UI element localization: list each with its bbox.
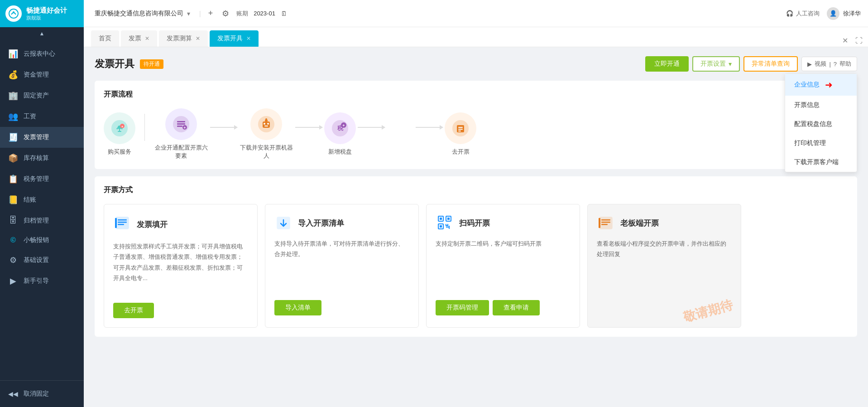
- buy-service-icon: +: [104, 112, 135, 144]
- header-actions: 立即开通 开票设置 ▾ 异常清单查询 ▶ 视频 | ? 帮助 企业信息: [645, 56, 857, 72]
- svg-rect-31: [118, 224, 124, 225]
- sidebar-item-archive[interactable]: 🗄 归档管理: [0, 210, 84, 231]
- manual-billing-go-btn[interactable]: 去开票: [113, 303, 154, 318]
- tab-invoice[interactable]: 发票 ✕: [121, 30, 157, 47]
- boss-billing-title: 老板端开票: [620, 218, 659, 228]
- boss-billing-icon: [597, 213, 615, 233]
- status-badge: 待开通: [140, 59, 163, 69]
- exception-button[interactable]: 异常清单查询: [743, 56, 798, 72]
- sidebar-item-settle[interactable]: 📒 结账: [0, 189, 84, 210]
- sidebar-item-new-guide[interactable]: ▶ 新手引导: [0, 271, 84, 291]
- sidebar-logo[interactable]: 畅捷通好会计 旗舰版: [0, 0, 84, 27]
- sidebar-scroll-up[interactable]: ▲: [0, 27, 84, 40]
- topbar-settings-button[interactable]: ⚙: [220, 7, 231, 20]
- svg-point-1: [13, 11, 14, 13]
- scan-billing-title: 扫码开票: [459, 218, 490, 228]
- settle-icon: 📒: [8, 195, 18, 205]
- svg-rect-29: [118, 219, 127, 221]
- sidebar-item-tax-mgmt[interactable]: 📋 税务管理: [0, 169, 84, 189]
- billing-card-scan: 扫码开票 支持定制开票二维码，客户端可扫码开票 开票码管理 查看申请: [426, 204, 580, 328]
- svg-rect-41: [601, 219, 610, 221]
- svg-rect-28: [116, 217, 129, 229]
- dropdown-item-company-info[interactable]: 企业信息 ➜: [785, 74, 857, 96]
- fixed-assets-icon: 🏢: [8, 91, 18, 101]
- dropdown-company-info-label: 企业信息: [794, 81, 820, 89]
- go-invoice-label: 去开票: [452, 148, 470, 156]
- tab-maximize-btn[interactable]: ⛶: [854, 35, 864, 47]
- period-calendar-icon[interactable]: 🗓: [281, 10, 287, 17]
- svg-rect-40: [599, 217, 612, 229]
- dropdown-item-printer-mgmt[interactable]: 打印机管理: [785, 134, 857, 153]
- help-divider: |: [829, 61, 830, 68]
- svg-text:+: +: [121, 125, 124, 129]
- manual-billing-header: 发票填开: [113, 213, 248, 236]
- tab-invoice-calc[interactable]: 发票测算 ✕: [159, 30, 208, 47]
- dropdown-item-invoice-info[interactable]: 开票信息: [785, 96, 857, 115]
- topbar-add-button[interactable]: +: [206, 7, 215, 20]
- import-billing-header: 导入开票清单: [274, 213, 409, 233]
- settings-label: 开票设置: [700, 60, 726, 68]
- page-title-area: 发票开具 待开通: [95, 57, 163, 71]
- tab-home[interactable]: 首页: [91, 30, 119, 47]
- video-help-button[interactable]: ▶ 视频 | ? 帮助: [801, 57, 857, 71]
- sidebar-item-report[interactable]: © 小畅报销: [0, 231, 84, 250]
- sidebar-cancel-pin[interactable]: ◀◀ 取消固定: [8, 386, 76, 402]
- dropdown-item-tax-disk-config[interactable]: 配置税盘信息: [785, 115, 857, 134]
- import-billing-btn[interactable]: 导入清单: [274, 300, 321, 315]
- company-selector[interactable]: 重庆畅捷交通信息咨询有限公司 ▾: [91, 8, 194, 19]
- sidebar-item-inventory[interactable]: 📦 库存核算: [0, 148, 84, 169]
- tax-mgmt-icon: 📋: [8, 174, 18, 184]
- dropdown-arrow-indicator: ➜: [825, 79, 833, 90]
- content-area: 发票开具 待开通 立即开通 开票设置 ▾ 异常清单查询 ▶ 视频 | ? 帮助: [84, 47, 868, 407]
- payroll-icon: 👥: [8, 111, 18, 121]
- tab-invoice-calc-close[interactable]: ✕: [196, 35, 200, 42]
- activate-button[interactable]: 立即开通: [645, 56, 689, 72]
- boss-billing-desc: 查看老板端小程序提交的开票申请，并作出相应的处理回复: [597, 238, 732, 293]
- user-info[interactable]: 👤 徐泽华: [827, 7, 861, 20]
- flow-arrow-4: [358, 127, 385, 128]
- go-invoice-icon: [445, 112, 476, 144]
- flow-arrow-3: [295, 127, 322, 128]
- sidebar-item-fixed-assets[interactable]: 🏢 固定资产: [0, 85, 84, 106]
- sidebar-item-invoice-mgmt[interactable]: 🧾 发票管理: [0, 127, 84, 148]
- settings-arrow-icon: ▾: [729, 60, 732, 68]
- flow-step-buy-service: + 购买服务: [104, 112, 135, 156]
- settings-button[interactable]: 开票设置 ▾: [692, 56, 740, 72]
- billing-methods: 发票填开 支持按照发票样式手工填开发票；可开具增值税电子普通发票、增值税普通发票…: [104, 204, 848, 328]
- tab-invoice-close[interactable]: ✕: [145, 35, 149, 42]
- tab-invoice-issue-close[interactable]: ✕: [246, 35, 251, 42]
- svg-rect-30: [118, 222, 127, 223]
- svg-rect-43: [601, 224, 608, 225]
- logo-text-block: 畅捷通好会计 旗舰版: [26, 6, 67, 22]
- sidebar-item-cloud-report[interactable]: 📊 云报表中心: [0, 44, 84, 64]
- svg-rect-13: [263, 121, 270, 128]
- tab-invoice-issue[interactable]: 发票开具 ✕: [210, 30, 259, 47]
- dropdown-item-download-client[interactable]: 下载开票客户端: [785, 153, 857, 172]
- buy-service-label: 购买服务: [108, 148, 131, 156]
- logo-sub: 旗舰版: [26, 15, 67, 21]
- manual-billing-desc: 支持按照发票样式手工填开发票；可开具增值税电子普通发票、增值税普通发票、增值税专…: [113, 241, 248, 296]
- billing-card-manual: 发票填开 支持按照发票样式手工填开发票；可开具增值税电子普通发票、增值税普通发票…: [104, 204, 258, 328]
- svg-rect-7: [177, 121, 185, 122]
- manual-billing-icon: [113, 213, 131, 236]
- svg-rect-26: [458, 129, 463, 130]
- cancel-pin-icon: ◀◀: [8, 390, 18, 397]
- consultation-icon: 🎧: [786, 10, 793, 17]
- scan-billing-mgmt-btn[interactable]: 开票码管理: [436, 300, 489, 315]
- logo-title: 畅捷通好会计: [26, 6, 67, 15]
- sidebar-item-fund-mgmt[interactable]: 💰 资金管理: [0, 64, 84, 85]
- flow-divider-1: [144, 114, 145, 141]
- consultation-button[interactable]: 🎧 人工咨询: [786, 10, 820, 18]
- sidebar-item-payroll[interactable]: 👥 工资: [0, 106, 84, 127]
- cloud-report-icon: 📊: [8, 49, 18, 59]
- invoice-mgmt-icon: 🧾: [8, 132, 18, 142]
- svg-point-0: [9, 9, 18, 18]
- tabs-bar: 首页 发票 ✕ 发票测算 ✕ 发票开具 ✕ ✕ ⛶: [84, 27, 868, 47]
- sidebar-item-base-settings[interactable]: ⚙ 基础设置: [0, 250, 84, 271]
- flow-step-download-robot: 下载并安装开票机器人: [239, 108, 293, 160]
- inventory-icon: 📦: [8, 153, 18, 163]
- tab-close-btn[interactable]: ✕: [840, 34, 850, 47]
- scan-billing-view-btn[interactable]: 查看申请: [493, 300, 540, 315]
- report-icon: ©: [8, 236, 18, 244]
- boss-billing-overlay: 敬请期待: [681, 296, 735, 326]
